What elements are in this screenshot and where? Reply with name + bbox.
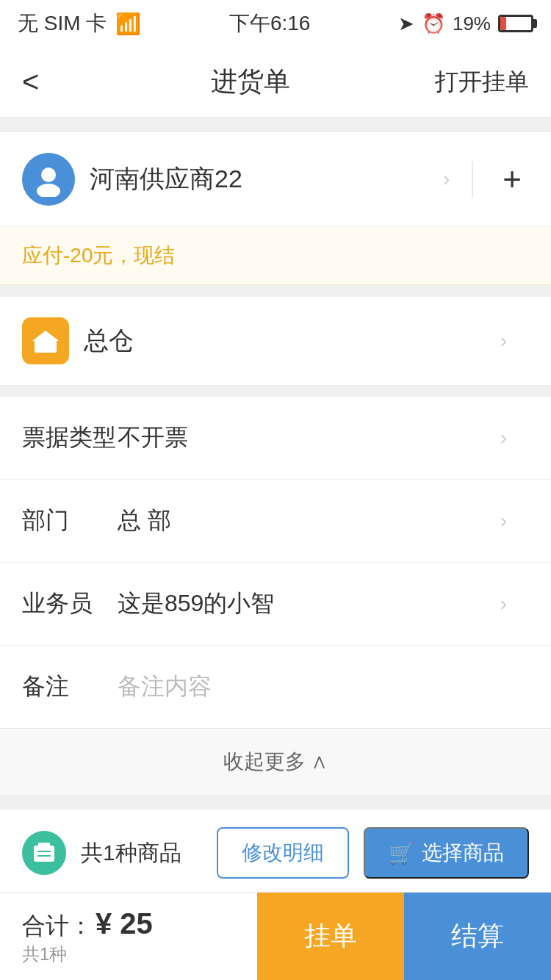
- supplier-row[interactable]: 河南供应商22 › +: [0, 132, 551, 227]
- battery-indicator: [498, 15, 533, 32]
- department-value: 总 部: [118, 505, 500, 537]
- invoice-row[interactable]: 票据类型 不开票 ›: [0, 397, 551, 479]
- select-product-button[interactable]: 🛒 选择商品: [364, 827, 529, 879]
- add-supplier-button[interactable]: +: [495, 161, 529, 198]
- select-label: 选择商品: [422, 839, 504, 867]
- status-left: 无 SIM 卡 📶: [18, 10, 141, 37]
- remarks-row[interactable]: 备注 备注内容: [0, 645, 551, 728]
- total-count: 共1种: [22, 943, 235, 966]
- alarm-icon: ⏰: [422, 12, 445, 35]
- svg-marker-3: [32, 331, 59, 341]
- warehouse-row[interactable]: 总仓 ›: [0, 297, 551, 385]
- back-button[interactable]: <: [22, 65, 66, 98]
- svg-point-1: [37, 184, 60, 197]
- total-section: 合计： ¥ 25 共1种: [0, 893, 257, 980]
- supplier-divider: [472, 161, 473, 198]
- location-icon: ➤: [398, 12, 414, 35]
- hang-label: 挂单: [304, 918, 357, 954]
- salesman-row[interactable]: 业务员 这是859的小智 ›: [0, 562, 551, 645]
- nav-bar: < 进货单 打开挂单: [0, 47, 551, 118]
- checkout-button[interactable]: 结算: [404, 893, 551, 980]
- battery-fill: [500, 17, 506, 30]
- product-count: 共1种商品: [81, 838, 202, 868]
- salesman-label: 业务员: [22, 588, 118, 620]
- warehouse-icon: [22, 317, 69, 364]
- status-right: ➤ ⏰ 19%: [398, 12, 533, 35]
- collapse-button[interactable]: 收起更多 ∧: [0, 728, 551, 795]
- avatar-icon: [31, 162, 66, 197]
- product-icon: [22, 831, 66, 875]
- hang-button[interactable]: 挂单: [257, 893, 404, 980]
- page-title: 进货单: [211, 64, 290, 100]
- product-header: 共1种商品 修改明细 🛒 选择商品: [0, 810, 551, 897]
- supplier-left: 河南供应商22: [22, 153, 443, 206]
- svg-rect-2: [35, 339, 57, 353]
- edit-detail-button[interactable]: 修改明细: [217, 827, 349, 879]
- svg-rect-4: [34, 846, 54, 862]
- warehouse-chevron-icon: ›: [500, 329, 507, 353]
- invoice-value: 不开票: [118, 422, 500, 454]
- carrier-text: 无 SIM 卡: [18, 10, 107, 37]
- department-label: 部门: [22, 505, 118, 537]
- status-bar: 无 SIM 卡 📶 下午6:16 ➤ ⏰ 19%: [0, 0, 551, 47]
- status-time: 下午6:16: [229, 10, 311, 37]
- form-section: 票据类型 不开票 › 部门 总 部 › 业务员 这是859的小智 › 备注 备注…: [0, 397, 551, 728]
- svg-point-0: [41, 167, 56, 182]
- svg-rect-5: [38, 843, 50, 847]
- remarks-placeholder: 备注内容: [118, 671, 529, 703]
- supplier-name: 河南供应商22: [90, 162, 242, 196]
- department-row[interactable]: 部门 总 部 ›: [0, 479, 551, 562]
- battery-percent: 19%: [453, 12, 491, 35]
- checkout-label: 结算: [451, 918, 504, 954]
- total-amount: ¥ 25: [96, 907, 153, 940]
- invoice-chevron-icon: ›: [500, 426, 507, 450]
- invoice-label: 票据类型: [22, 422, 118, 454]
- bottom-bar: 合计： ¥ 25 共1种 挂单 结算: [0, 892, 551, 980]
- department-chevron-icon: ›: [500, 509, 507, 533]
- small-gap-1: [0, 285, 551, 297]
- supplier-chevron-icon: ›: [443, 167, 450, 191]
- total-label: 合计：: [22, 910, 93, 943]
- remarks-label: 备注: [22, 671, 118, 703]
- small-gap-2: [0, 385, 551, 397]
- collapse-label: 收起更多 ∧: [223, 750, 328, 773]
- warehouse-name: 总仓: [84, 324, 500, 358]
- salesman-value: 这是859的小智: [118, 588, 500, 620]
- section-gap-1: [0, 118, 551, 132]
- notice-bar: 应付-20元，现结: [0, 227, 551, 285]
- open-hang-button[interactable]: 打开挂单: [435, 66, 529, 98]
- select-icon: 🛒: [389, 841, 414, 865]
- wifi-icon: 📶: [115, 12, 141, 36]
- notice-text: 应付-20元，现结: [22, 244, 175, 267]
- salesman-chevron-icon: ›: [500, 592, 507, 616]
- supplier-avatar: [22, 153, 75, 206]
